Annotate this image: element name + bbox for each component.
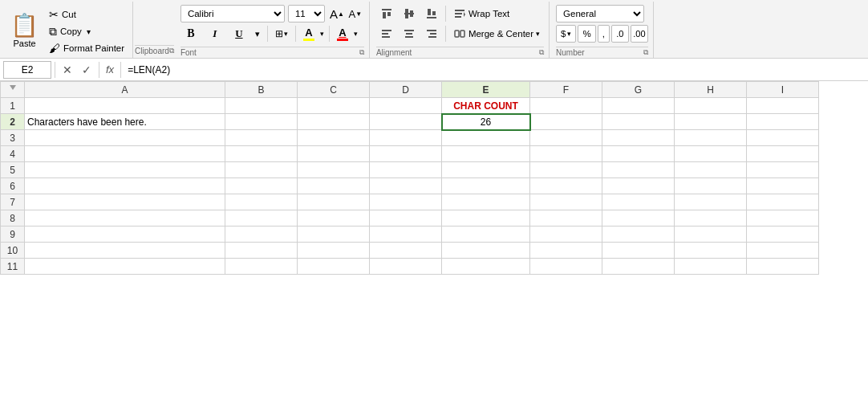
cell-g1[interactable] [602,98,675,114]
cell-g2[interactable] [602,114,675,130]
align-bottom-button[interactable] [421,5,442,22]
cell-d3[interactable] [370,130,442,146]
paste-button[interactable]: 📋 Paste [6,5,43,58]
align-right-button[interactable] [421,25,442,43]
cell-d8[interactable] [370,210,442,226]
bold-button[interactable]: B [180,25,201,43]
alignment-expand-icon[interactable]: ⧉ [539,48,544,57]
cell-h8[interactable] [675,210,747,226]
cell-g9[interactable] [602,226,675,243]
increase-decimal-button[interactable]: .0 [611,25,629,43]
cell-c8[interactable] [298,210,370,226]
cell-f1[interactable] [530,98,602,114]
cell-d5[interactable] [370,162,442,178]
cell-a2[interactable]: Characters have been here. [25,114,225,130]
cell-a4[interactable] [25,146,225,162]
cell-h10[interactable] [675,243,747,259]
cell-b11[interactable] [225,259,298,275]
cell-e10[interactable] [442,243,530,259]
cell-h3[interactable] [675,130,747,146]
cell-a7[interactable] [25,194,225,210]
col-header-b[interactable]: B [225,82,298,98]
col-header-h[interactable]: H [675,82,747,98]
cell-b8[interactable] [225,210,298,226]
row-header-8[interactable]: 8 [1,210,25,226]
cell-b5[interactable] [225,162,298,178]
corner-header[interactable] [1,82,25,98]
cell-g11[interactable] [602,259,675,275]
cell-f4[interactable] [530,146,602,162]
cell-h9[interactable] [675,226,747,243]
col-header-f[interactable]: F [530,82,602,98]
col-header-a[interactable]: A [25,82,225,98]
cancel-formula-button[interactable]: ✕ [59,61,76,79]
cell-i9[interactable] [747,226,819,243]
cut-button[interactable]: ✂ Cut [46,6,128,22]
confirm-formula-button[interactable]: ✓ [78,61,95,79]
underline-dropdown[interactable]: ▾ [253,27,262,41]
copy-button[interactable]: ⧉ Copy ▾ [46,23,128,40]
cell-e2[interactable]: 26 [442,114,530,130]
cell-b7[interactable] [225,194,298,210]
cell-g5[interactable] [602,162,675,178]
cell-h6[interactable] [675,178,747,194]
row-header-4[interactable]: 4 [1,146,25,162]
cell-c6[interactable] [298,178,370,194]
font-expand-icon[interactable]: ⧉ [359,48,364,57]
cell-f10[interactable] [530,243,602,259]
align-top-button[interactable] [376,5,397,22]
cell-reference-box[interactable]: E2 [3,61,51,79]
cell-g4[interactable] [602,146,675,162]
cell-a1[interactable] [25,98,225,114]
align-middle-button[interactable] [399,5,420,22]
cell-b3[interactable] [225,130,298,146]
row-header-3[interactable]: 3 [1,130,25,146]
row-header-2[interactable]: 2 [1,114,25,130]
cell-e8[interactable] [442,210,530,226]
cell-a11[interactable] [25,259,225,275]
cell-h4[interactable] [675,146,747,162]
cell-h1[interactable] [675,98,747,114]
cell-d11[interactable] [370,259,442,275]
cell-i7[interactable] [747,194,819,210]
cell-i4[interactable] [747,146,819,162]
cell-b2[interactable] [225,114,298,130]
row-header-10[interactable]: 10 [1,243,25,259]
font-size-select[interactable]: 11 [288,5,325,22]
align-left-button[interactable] [376,25,397,43]
number-expand-icon[interactable]: ⧉ [643,48,648,57]
decrease-font-button[interactable]: A▼ [347,5,364,22]
cell-g10[interactable] [602,243,675,259]
col-header-g[interactable]: G [602,82,675,98]
cell-i11[interactable] [747,259,819,275]
cell-h11[interactable] [675,259,747,275]
cell-f6[interactable] [530,178,602,194]
col-header-e[interactable]: E [442,82,530,98]
cell-d2[interactable] [370,114,442,130]
percent-button[interactable]: % [578,25,595,43]
cell-e11[interactable] [442,259,530,275]
row-header-11[interactable]: 11 [1,259,25,275]
cell-e9[interactable] [442,226,530,243]
wrap-text-button[interactable]: Wrap Text [449,5,513,22]
number-format-select[interactable]: General [556,5,644,22]
col-header-c[interactable]: C [298,82,370,98]
cell-e5[interactable] [442,162,530,178]
cell-g8[interactable] [602,210,675,226]
increase-font-button[interactable]: A▲ [328,5,346,22]
cell-d9[interactable] [370,226,442,243]
cell-i8[interactable] [747,210,819,226]
cell-b4[interactable] [225,146,298,162]
cell-c4[interactable] [298,146,370,162]
cell-a6[interactable] [25,178,225,194]
row-header-1[interactable]: 1 [1,98,25,114]
cell-g7[interactable] [602,194,675,210]
borders-button[interactable]: ⊞ ▾ [273,27,290,41]
cell-a8[interactable] [25,210,225,226]
comma-button[interactable]: , [598,25,610,43]
cell-h5[interactable] [675,162,747,178]
formula-input[interactable] [124,61,865,79]
cell-c1[interactable] [298,98,370,114]
cell-f11[interactable] [530,259,602,275]
row-header-9[interactable]: 9 [1,226,25,243]
